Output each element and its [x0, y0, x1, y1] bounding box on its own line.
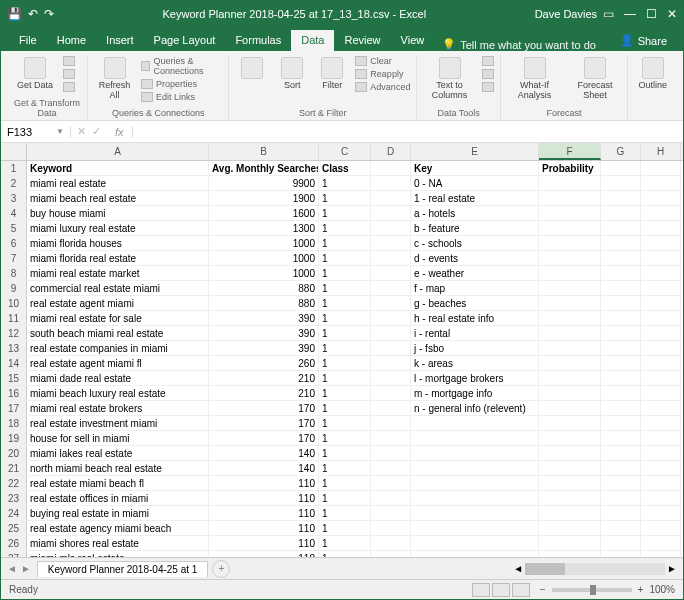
cell[interactable]: 1 — [319, 446, 371, 460]
cell[interactable] — [641, 461, 681, 475]
cell[interactable] — [539, 506, 601, 520]
cell[interactable] — [601, 311, 641, 325]
cell[interactable] — [641, 281, 681, 295]
cell[interactable] — [411, 431, 539, 445]
cell[interactable]: 390 — [209, 311, 319, 325]
sort-az-button[interactable] — [235, 55, 269, 83]
cell[interactable]: 1900 — [209, 191, 319, 205]
cell[interactable]: 1 — [319, 176, 371, 190]
cell[interactable] — [601, 536, 641, 550]
cancel-formula-icon[interactable]: ✕ — [77, 125, 86, 138]
zoom-in-icon[interactable]: + — [638, 584, 644, 595]
cell[interactable] — [601, 236, 641, 250]
cell[interactable] — [641, 491, 681, 505]
cell[interactable] — [411, 521, 539, 535]
cell[interactable] — [601, 521, 641, 535]
cell[interactable] — [371, 401, 411, 415]
cell[interactable]: 1 — [319, 521, 371, 535]
cell[interactable]: 1 — [319, 386, 371, 400]
cell[interactable]: 1 — [319, 476, 371, 490]
cell[interactable] — [411, 536, 539, 550]
queries-connections-button[interactable]: Queries & Connections — [141, 55, 222, 77]
cell[interactable] — [371, 551, 411, 557]
cell[interactable] — [371, 356, 411, 370]
cell[interactable]: 1 — [319, 311, 371, 325]
row-header[interactable]: 7 — [1, 251, 27, 265]
cell[interactable]: Avg. Monthly Searches ( — [209, 161, 319, 175]
cell[interactable] — [371, 491, 411, 505]
prev-sheet-icon[interactable]: ◄ — [7, 563, 17, 574]
cell[interactable] — [539, 461, 601, 475]
row-header[interactable]: 19 — [1, 431, 27, 445]
cell[interactable]: 390 — [209, 341, 319, 355]
cell[interactable]: 1 — [319, 401, 371, 415]
cell[interactable] — [641, 266, 681, 280]
cell[interactable] — [641, 431, 681, 445]
outline-button[interactable]: Outline — [634, 55, 671, 93]
cell[interactable] — [371, 476, 411, 490]
cell[interactable] — [641, 191, 681, 205]
cell[interactable] — [371, 536, 411, 550]
row-header[interactable]: 6 — [1, 236, 27, 250]
chevron-down-icon[interactable]: ▼ — [56, 127, 64, 136]
cell[interactable]: 110 — [209, 491, 319, 505]
cell[interactable]: 1 — [319, 221, 371, 235]
cell[interactable] — [539, 206, 601, 220]
cell[interactable] — [371, 431, 411, 445]
cell[interactable] — [601, 506, 641, 520]
cell[interactable] — [641, 236, 681, 250]
tell-me[interactable]: 💡Tell me what you want to do — [442, 38, 596, 51]
row-header[interactable]: 17 — [1, 401, 27, 415]
cell[interactable] — [371, 161, 411, 175]
cell[interactable] — [539, 476, 601, 490]
cell[interactable] — [601, 446, 641, 460]
cell[interactable]: 1 — [319, 506, 371, 520]
add-sheet-button[interactable]: + — [212, 560, 230, 578]
cell[interactable]: 1 — [319, 551, 371, 557]
cell[interactable]: 1 — [319, 191, 371, 205]
cell[interactable]: real estate miami beach fl — [27, 476, 209, 490]
cell[interactable] — [601, 461, 641, 475]
col-header-A[interactable]: A — [27, 143, 209, 160]
cell[interactable]: 110 — [209, 536, 319, 550]
cell[interactable] — [371, 386, 411, 400]
cell[interactable]: 1 — [319, 266, 371, 280]
page-layout-icon[interactable] — [492, 583, 510, 597]
normal-view-icon[interactable] — [472, 583, 490, 597]
row-header[interactable]: 5 — [1, 221, 27, 235]
tab-data[interactable]: Data — [291, 30, 334, 51]
tab-home[interactable]: Home — [47, 30, 96, 51]
forecast-sheet-button[interactable]: Forecast Sheet — [568, 55, 621, 103]
cell[interactable] — [539, 341, 601, 355]
redo-icon[interactable]: ↷ — [44, 7, 54, 21]
cell[interactable] — [641, 416, 681, 430]
cell[interactable]: i - rental — [411, 326, 539, 340]
sheet-tab[interactable]: Keyword Planner 2018-04-25 at 1 — [37, 561, 209, 577]
cell[interactable]: Class — [319, 161, 371, 175]
row-header[interactable]: 18 — [1, 416, 27, 430]
cell[interactable] — [539, 236, 601, 250]
cell[interactable]: real estate agent miami fl — [27, 356, 209, 370]
cell[interactable]: 1 — [319, 491, 371, 505]
cell[interactable] — [641, 341, 681, 355]
scroll-left-icon[interactable]: ◄ — [513, 563, 523, 574]
cell[interactable]: 210 — [209, 386, 319, 400]
accept-formula-icon[interactable]: ✓ — [92, 125, 101, 138]
cell[interactable]: miami real estate for sale — [27, 311, 209, 325]
row-header[interactable]: 1 — [1, 161, 27, 175]
cell[interactable]: 390 — [209, 326, 319, 340]
cell[interactable] — [601, 221, 641, 235]
cell[interactable] — [539, 251, 601, 265]
cell[interactable] — [371, 371, 411, 385]
cell[interactable]: miami lakes real estate — [27, 446, 209, 460]
cell[interactable]: miami real estate — [27, 176, 209, 190]
row-header[interactable]: 9 — [1, 281, 27, 295]
col-header-D[interactable]: D — [371, 143, 411, 160]
col-header-C[interactable]: C — [319, 143, 371, 160]
cell[interactable]: 1000 — [209, 251, 319, 265]
cell[interactable] — [601, 356, 641, 370]
cell[interactable] — [601, 326, 641, 340]
cell[interactable] — [539, 311, 601, 325]
cell[interactable]: 1 — [319, 431, 371, 445]
row-header[interactable]: 20 — [1, 446, 27, 460]
